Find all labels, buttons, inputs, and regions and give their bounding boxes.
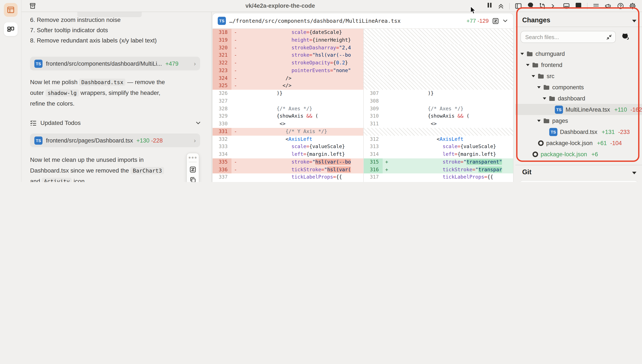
ts-file-icon: TS <box>218 17 226 25</box>
diff-line: 337 tickLabelProps={{ <box>213 174 363 181</box>
diff-file-path: …/frontend/src/components/dashboard/Mult… <box>229 18 401 24</box>
tree-item-package-lock-json[interactable]: package-lock.json+6 <box>515 148 642 160</box>
diff-gap-row <box>364 59 514 67</box>
patch-icon[interactable] <box>189 166 196 173</box>
file-chip-dashboard[interactable]: TS frontend/src/pages/Dashboard.tsx +130… <box>30 134 200 147</box>
tree-item-churnguard[interactable]: churnguard <box>515 48 642 59</box>
folder-icon <box>538 73 544 79</box>
tree-item-dashboard[interactable]: dashboard <box>515 93 642 104</box>
diff-line: 328 {/* Axes */} <box>213 105 363 113</box>
pause-icon[interactable] <box>486 2 492 10</box>
top-bar: vk/4e2a-explore-the-code <box>22 0 642 12</box>
chevron-down-icon[interactable] <box>195 120 201 126</box>
file-chip-multilinearea[interactable]: TS frontend/src/components/dashboard/Mul… <box>30 57 200 70</box>
monitor-icon[interactable] <box>563 2 570 10</box>
caret-down-icon[interactable] <box>543 97 546 99</box>
diff-line: 318- scale={dateScale} <box>213 29 363 36</box>
inline-code: Dashboard.tsx <box>79 78 126 86</box>
changes-section-title: Changes <box>522 16 550 24</box>
panel-left-icon[interactable] <box>515 2 522 10</box>
caret-down-icon[interactable] <box>537 120 541 122</box>
updated-todos-row[interactable]: Updated Todos <box>30 118 201 128</box>
diff-line: 320- strokeDasharray="2,4 <box>213 44 363 52</box>
search-input[interactable] <box>524 33 597 40</box>
diff-line: 316+ tickStroke="transpar <box>364 166 514 174</box>
diff-gap-row <box>364 128 514 136</box>
diff-header: TS …/frontend/src/components/dashboard/M… <box>213 13 513 29</box>
folder-icon <box>532 62 538 68</box>
diff-line: 318 fill: 'hsl(var(--mu <box>364 181 514 182</box>
caret-down-icon[interactable] <box>520 52 524 55</box>
diff-line: 322- strokeOpacity={0.2} <box>213 59 363 67</box>
todo-list-item: 6. Remove zoom instruction noise <box>30 16 121 23</box>
todo-list-item: 8. Remove redundant axis labels (x/y lab… <box>30 37 157 44</box>
diff-line: 311 <> <box>364 120 514 128</box>
tree-item-multilinearea-tsx[interactable]: TSMultiLineArea.tsx+110-162 <box>515 104 642 115</box>
diff-line: 307 )} <box>364 90 514 98</box>
tree-item-components[interactable]: components <box>515 82 642 93</box>
diff-line: 319- height={innerHeight} <box>213 36 363 44</box>
chevron-right-icon: › <box>194 60 196 67</box>
diff-line: 315+ stroke="transparent" <box>364 158 514 166</box>
diff-gap-row <box>364 74 514 82</box>
diff-line: 310 {showAxis && ( <box>364 113 514 120</box>
app-window: vk/4e2a-explore-the-code ★ <box>0 0 642 182</box>
tree-item-src[interactable]: src <box>515 70 642 82</box>
collapse-tree-icon[interactable] <box>606 34 612 40</box>
help-icon[interactable] <box>617 2 624 10</box>
ts-file-icon: TS <box>34 60 43 68</box>
section-collapse-icon[interactable] <box>632 20 636 22</box>
gear-icon[interactable] <box>629 2 636 10</box>
git-repo-card: churnguard main⌄ 1 ··· Open PR #7 <box>519 180 638 182</box>
panel-right-filled-icon[interactable] <box>575 2 582 10</box>
assistant-message: Now let me clean up the unused imports i… <box>30 154 164 182</box>
todo-list-item: 7. Softer tooltip indicator dots <box>30 26 108 34</box>
right-panel: Changes churnguardfrontendsrccomponentsd… <box>515 12 642 182</box>
diff-line: 324- /> <box>213 74 363 82</box>
chevron-down-icon[interactable] <box>502 18 508 24</box>
diff-pane-new[interactable]: 307 )}308309 {/* Axes */}310 {showAxis &… <box>363 29 514 182</box>
diff-gap-row <box>364 29 514 36</box>
menu-icon[interactable] <box>593 2 599 10</box>
ts-file-icon: TS <box>555 106 563 114</box>
inline-code: Activity <box>42 178 72 182</box>
megaphone-icon[interactable] <box>605 2 612 10</box>
caret-down-icon[interactable] <box>532 75 535 77</box>
folder-icon <box>543 84 550 90</box>
github-cat-icon[interactable] <box>621 32 629 42</box>
diff-line: 331- {/* Y Axis */} <box>213 128 363 136</box>
file-search[interactable] <box>520 31 616 43</box>
git-compare-icon[interactable] <box>539 2 546 10</box>
diff-line: 330 <> <box>213 120 363 128</box>
changes-file-tree: churnguardfrontendsrccomponentsdashboard… <box>515 48 642 160</box>
caret-down-icon[interactable] <box>537 86 541 88</box>
chevrons-up-icon[interactable] <box>498 3 504 9</box>
diff-line: 335- stroke="hsl(var(--bo <box>213 158 363 166</box>
tree-item-package-lock-json[interactable]: package-lock.json+61-104 <box>515 137 642 148</box>
caret-down-icon[interactable] <box>526 64 529 66</box>
tree-item-pages[interactable]: pages <box>515 115 642 126</box>
diff-line: 314 left={margin.left} <box>364 151 514 158</box>
divider <box>587 3 587 9</box>
copy-icon[interactable] <box>189 176 196 182</box>
section-collapse-icon[interactable] <box>632 172 636 174</box>
terminal-icon[interactable] <box>551 2 558 10</box>
inline-code: BarChart3 <box>131 167 164 174</box>
mouse-cursor <box>470 6 476 16</box>
diff-line: 323- pointerEvents="none" <box>213 67 363 75</box>
npm-file-icon <box>532 151 538 157</box>
folder-icon <box>526 51 533 56</box>
chat-bubble-icon[interactable] <box>527 2 534 10</box>
patch-icon[interactable] <box>492 18 499 24</box>
more-dots-icon[interactable]: ●●● <box>188 156 197 160</box>
tree-item-frontend[interactable]: frontend <box>515 59 642 70</box>
diff-gap-row <box>364 44 514 52</box>
workspace-tab[interactable] <box>4 22 18 36</box>
chevron-right-icon: › <box>194 137 196 144</box>
workspace-active-tab[interactable] <box>4 3 18 17</box>
folder-icon <box>543 118 550 124</box>
tree-item-dashboard-tsx[interactable]: TSDashboard.tsx+131-233 <box>515 126 642 137</box>
git-section-title: Git <box>522 168 531 176</box>
ts-file-icon: TS <box>34 136 43 144</box>
diff-pane-old[interactable]: 318- scale={dateScale}319- height={inner… <box>213 29 363 182</box>
